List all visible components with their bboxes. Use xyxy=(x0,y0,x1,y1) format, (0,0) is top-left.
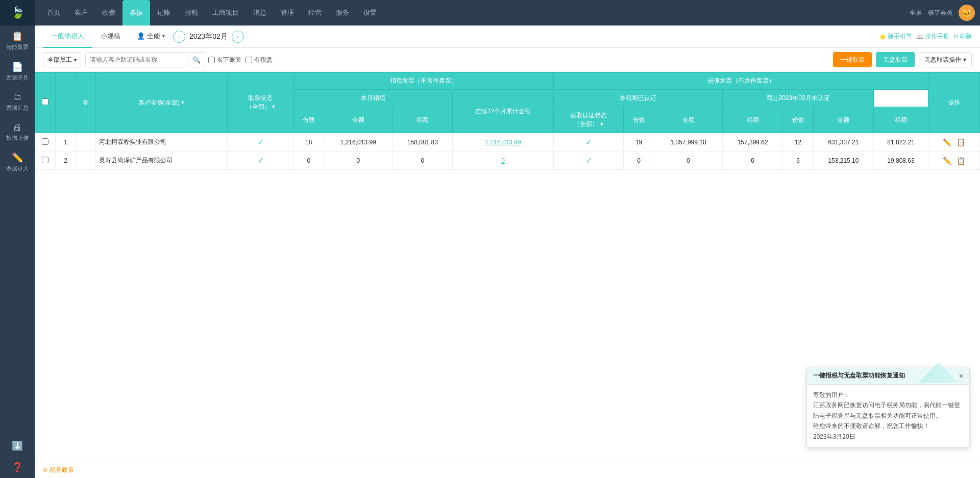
tax-disk-checkbox[interactable] xyxy=(246,57,252,63)
table-row: 2 灵寿县尚泽矿产品有限公司 ✓ 0 0 0 0 ✓ xyxy=(35,152,980,170)
nav-operation[interactable]: 经营 xyxy=(301,0,329,26)
sidebar-item-label-scan: 扫描上传 xyxy=(6,134,29,142)
tab-all[interactable]: 👤 全能 ▾ xyxy=(129,26,173,48)
subordinate-label: 名下账套 xyxy=(217,56,241,64)
th-status[interactable]: 取票状态（全部） ▾ xyxy=(228,72,293,133)
tab-general-label: 一般纳税人 xyxy=(51,32,84,41)
notification-close-btn[interactable]: × xyxy=(959,372,963,380)
settings-icon[interactable]: ⚙ xyxy=(83,99,88,106)
tab-general[interactable]: 一般纳税人 xyxy=(43,26,92,48)
row1-operation: ✏️ 📋 xyxy=(928,133,980,152)
nav-service[interactable]: 服务 xyxy=(329,0,356,26)
manual-btn[interactable]: 📖 操作手册 xyxy=(916,32,949,41)
invoice-table: ⚙ 客户名称(全部) ▾ 取票状态（全部） ▾ 销项发票（不含作废票） 进项发票… xyxy=(35,72,980,170)
select-all-checkbox[interactable] xyxy=(42,98,48,105)
no-disk-btn[interactable]: 无盘取票 xyxy=(876,52,915,67)
tab-small[interactable]: 小规模 xyxy=(92,26,129,48)
cert-status-filter-icon: ▾ xyxy=(600,120,603,128)
employee-select[interactable]: 全部员工 ▾ xyxy=(43,52,81,67)
tax-policy-link[interactable]: ⊙ 税务政策 xyxy=(43,466,74,474)
sidebar-item-label-summary: 票据汇总 xyxy=(6,104,29,112)
refresh-btn[interactable]: ↻ 刷新 xyxy=(953,32,972,41)
prev-month-btn[interactable]: ‹ xyxy=(173,31,185,43)
tax-disk-checkbox-label[interactable]: 有税盘 xyxy=(246,56,273,64)
sidebar-item-entry[interactable]: ✏️ 票据录入 xyxy=(0,147,35,178)
nav-management[interactable]: 管理 xyxy=(274,0,301,26)
row2-cumulative-link[interactable]: 0 xyxy=(501,157,505,164)
scan-icon: 🖨 xyxy=(13,122,22,133)
nav-customer[interactable]: 客户 xyxy=(67,0,95,26)
row2-edit-icon[interactable]: ✏️ xyxy=(943,157,951,165)
search-input[interactable] xyxy=(85,52,187,67)
notification-title: 一键报税与无盘取票功能恢复通知 xyxy=(813,371,905,380)
topnav-right: 全屏 畅享会员 🐱 xyxy=(910,5,975,21)
no-disk-ops-btn[interactable]: 无盘取票操作 ▾ xyxy=(919,52,972,67)
sidebar-bottom: ⬇️ ❓ xyxy=(0,435,35,478)
row2-detail-icon[interactable]: 📋 xyxy=(957,157,965,165)
entry-icon: ✏️ xyxy=(12,152,23,163)
row2-cert-tax: 0 xyxy=(723,152,783,170)
customer-filter-icon: ▾ xyxy=(181,99,184,106)
row1-detail-icon[interactable]: 📋 xyxy=(957,138,965,146)
next-month-btn[interactable]: › xyxy=(232,31,244,43)
no-disk-ops-arrow-icon: ▾ xyxy=(963,56,966,63)
row2-cert-status: ✓ xyxy=(553,152,623,170)
tax-disk-label: 有税盘 xyxy=(254,56,273,64)
sidebar-item-smart-deduct[interactable]: 📋 智能取票 xyxy=(0,26,35,56)
new-guide-label: 新手引导 xyxy=(888,32,912,41)
sidebar-item-label-smart: 智能取票 xyxy=(6,43,29,51)
row1-status-icon: ✓ xyxy=(257,138,264,146)
refresh-icon: ↻ xyxy=(953,33,959,40)
table-header-row-1: ⚙ 客户名称(全部) ▾ 取票状态（全部） ▾ 销项发票（不含作废票） 进项发票… xyxy=(35,72,980,90)
sidebar-item-scan[interactable]: 🖨 扫描上传 xyxy=(0,117,35,147)
row1-cert-status: ✓ xyxy=(553,133,623,152)
one-click-btn[interactable]: 一键取票 xyxy=(833,52,872,67)
row1-uncert-count: 12 xyxy=(783,133,814,152)
nav-collection[interactable]: 收费 xyxy=(95,0,122,26)
download-icon: ⬇️ xyxy=(12,440,23,451)
sidebar-item-download[interactable]: ⬇️ xyxy=(0,435,35,457)
nav-business[interactable]: 工商项目 xyxy=(205,0,246,26)
table-row: 1 河北柯霖桦实业有限公司 ✓ 18 1,216,013.99 158,081.… xyxy=(35,133,980,152)
th-customer-name[interactable]: 客户名称(全部) ▾ xyxy=(95,72,227,133)
nav-invoice[interactable]: 票据 xyxy=(122,0,150,26)
row2-uncert-count: 6 xyxy=(783,152,814,170)
fullscreen-btn[interactable]: 全屏 xyxy=(910,9,922,17)
th-uncertified-date: 截止2023年03月未认证 xyxy=(723,90,874,107)
row2-checkbox[interactable] xyxy=(35,152,56,170)
row1-edit-icon[interactable]: ✏️ xyxy=(943,138,951,146)
user-avatar[interactable]: 🐱 xyxy=(959,5,975,21)
th-settings: ⚙ xyxy=(76,72,96,133)
manual-label: 操作手册 xyxy=(925,32,949,41)
subordinate-checkbox[interactable] xyxy=(208,57,215,63)
status-bar: ⊙ 税务政策 xyxy=(35,462,980,478)
sidebar-item-invoice-open[interactable]: 📄 发票开具 xyxy=(0,56,35,87)
refresh-label: 刷新 xyxy=(960,32,972,41)
nav-bookkeeping[interactable]: 记账 xyxy=(150,0,178,26)
sidebar-item-help[interactable]: ❓ xyxy=(0,457,35,478)
tab-bar: 一般纳税人 小规模 👤 全能 ▾ ‹ 2023年02月 › ⭐ 新手引导 xyxy=(35,26,980,48)
nav-settings[interactable]: 设置 xyxy=(356,0,384,26)
th-operation: 操作 xyxy=(928,72,980,133)
status-label: 取票状态（全部） xyxy=(246,94,273,110)
row2-operation: ✏️ 📋 xyxy=(928,152,980,170)
sidebar-item-summary[interactable]: 🗂 票据汇总 xyxy=(0,87,35,117)
nav-home[interactable]: 首页 xyxy=(40,0,67,26)
row1-cumulative-link[interactable]: 1,216,013.99 xyxy=(485,139,521,146)
nav-message[interactable]: 消息 xyxy=(246,0,274,26)
row1-settings xyxy=(76,133,96,152)
search-button[interactable]: 🔍 xyxy=(189,52,204,67)
row1-checkbox[interactable] xyxy=(35,133,56,152)
vip-btn[interactable]: 畅享会员 xyxy=(928,9,952,17)
th-uncert-amount: 金额 xyxy=(813,107,873,133)
new-guide-btn[interactable]: ⭐ 新手引导 xyxy=(879,32,912,41)
nav-tax[interactable]: 报税 xyxy=(178,0,205,26)
th-certified-period: 本税期已认证 xyxy=(553,90,722,107)
sidebar-item-label-entry: 票据录入 xyxy=(6,165,29,172)
th-checkbox xyxy=(35,72,56,133)
guide-icon: ⭐ xyxy=(879,33,887,40)
invoice-open-icon: 📄 xyxy=(12,61,23,72)
subordinate-checkbox-label[interactable]: 名下账套 xyxy=(208,56,241,64)
toolbar-right-actions: 一键取票 无盘取票 无盘取票操作 ▾ xyxy=(833,52,972,67)
th-cert-status[interactable]: 获取认证状态（全部） ▾ xyxy=(553,107,623,133)
